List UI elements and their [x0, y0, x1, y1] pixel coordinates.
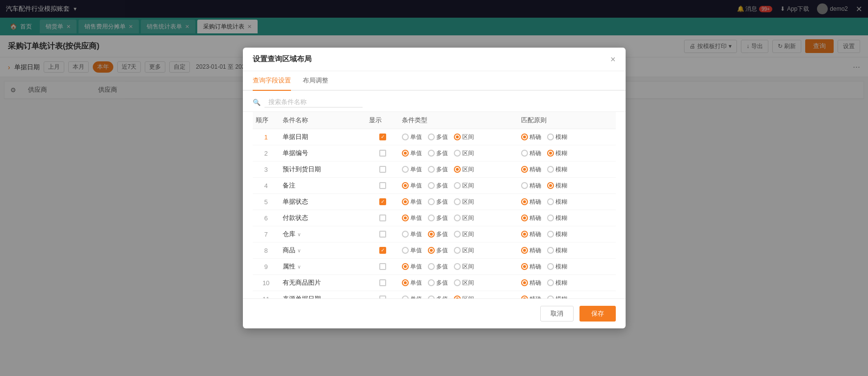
- show-checkbox[interactable]: [379, 182, 386, 189]
- type-radio-多值[interactable]: 多值: [428, 182, 448, 190]
- cell-type: 单值 多值 区间: [399, 210, 518, 226]
- match-radio-精确[interactable]: 精确: [521, 198, 541, 206]
- cell-show[interactable]: [366, 210, 398, 226]
- match-radio-模糊[interactable]: 模糊: [547, 133, 567, 141]
- show-checkbox[interactable]: [379, 134, 386, 140]
- cell-show[interactable]: [366, 129, 398, 145]
- type-radio-区间[interactable]: 区间: [454, 198, 474, 206]
- match-radio-精确[interactable]: 精确: [521, 165, 541, 174]
- type-radio-区间[interactable]: 区间: [454, 149, 474, 158]
- match-radio-精确[interactable]: 精确: [521, 133, 541, 141]
- cell-type: 单值 多值 区间: [399, 145, 518, 161]
- cell-show[interactable]: [366, 242, 398, 259]
- match-radio-模糊[interactable]: 模糊: [547, 165, 567, 174]
- show-checkbox[interactable]: [379, 247, 386, 254]
- radio-label: 单值: [410, 263, 422, 271]
- match-radio-模糊[interactable]: 模糊: [547, 230, 567, 239]
- type-radio-区间[interactable]: 区间: [454, 246, 474, 255]
- match-radio-精确[interactable]: 精确: [521, 149, 541, 158]
- type-radio-单值[interactable]: 单值: [402, 263, 422, 271]
- type-radio-区间[interactable]: 区间: [454, 214, 474, 222]
- field-name: 付款状态: [283, 214, 308, 221]
- type-radio-区间[interactable]: 区间: [454, 165, 474, 174]
- show-checkbox[interactable]: [379, 263, 386, 270]
- cell-show[interactable]: [366, 259, 398, 275]
- match-radio-模糊[interactable]: 模糊: [547, 295, 567, 299]
- cell-show[interactable]: [366, 291, 398, 299]
- match-radio-模糊[interactable]: 模糊: [547, 182, 567, 190]
- radio-circle: [521, 182, 528, 189]
- match-radio-精确[interactable]: 精确: [521, 214, 541, 222]
- match-radio-精确[interactable]: 精确: [521, 279, 541, 287]
- radio-circle: [428, 134, 435, 140]
- type-radio-区间[interactable]: 区间: [454, 263, 474, 271]
- cell-show[interactable]: [366, 161, 398, 178]
- field-dropdown-icon[interactable]: ∨: [297, 232, 301, 237]
- type-radio-多值[interactable]: 多值: [428, 295, 448, 299]
- radio-label: 区间: [462, 133, 474, 141]
- type-radio-多值[interactable]: 多值: [428, 198, 448, 206]
- field-dropdown-icon[interactable]: ∨: [297, 264, 301, 269]
- match-radio-精确[interactable]: 精确: [521, 230, 541, 239]
- tab-query-fields[interactable]: 查询字段设置: [253, 71, 291, 91]
- type-radio-区间[interactable]: 区间: [454, 133, 474, 141]
- type-radio-单值[interactable]: 单值: [402, 246, 422, 255]
- radio-label: 多值: [436, 246, 448, 255]
- match-radio-模糊[interactable]: 模糊: [547, 198, 567, 206]
- modal-close-btn[interactable]: ×: [610, 55, 616, 64]
- type-radio-单值[interactable]: 单值: [402, 230, 422, 239]
- cell-show[interactable]: [366, 194, 398, 210]
- type-radio-单值[interactable]: 单值: [402, 182, 422, 190]
- search-area: 🔍: [243, 91, 626, 112]
- cell-show[interactable]: [366, 226, 398, 242]
- type-radio-多值[interactable]: 多值: [428, 133, 448, 141]
- type-radio-区间[interactable]: 区间: [454, 295, 474, 299]
- show-checkbox[interactable]: [379, 279, 386, 286]
- cell-match: 精确 模糊: [518, 210, 616, 226]
- type-radio-单值[interactable]: 单值: [402, 279, 422, 287]
- match-radio-模糊[interactable]: 模糊: [547, 279, 567, 287]
- radio-circle: [454, 247, 461, 254]
- type-radio-单值[interactable]: 单值: [402, 149, 422, 158]
- cell-show[interactable]: [366, 145, 398, 161]
- show-checkbox[interactable]: [379, 166, 386, 173]
- search-input[interactable]: [264, 97, 363, 107]
- radio-label: 模糊: [555, 182, 567, 190]
- config-table: 顺序 条件名称 显示 条件类型 匹配原则 1单据日期 单值 多值 区间: [243, 112, 626, 298]
- show-checkbox[interactable]: [379, 198, 386, 205]
- match-radio-精确[interactable]: 精确: [521, 182, 541, 190]
- match-radio-模糊[interactable]: 模糊: [547, 214, 567, 222]
- field-dropdown-icon[interactable]: ∨: [297, 248, 301, 253]
- match-radio-精确[interactable]: 精确: [521, 246, 541, 255]
- cell-show[interactable]: [366, 178, 398, 194]
- type-radio-多值[interactable]: 多值: [428, 165, 448, 174]
- show-checkbox[interactable]: [379, 150, 386, 157]
- type-radio-单值[interactable]: 单值: [402, 295, 422, 299]
- type-radio-多值[interactable]: 多值: [428, 279, 448, 287]
- match-radio-精确[interactable]: 精确: [521, 295, 541, 299]
- match-radio-模糊[interactable]: 模糊: [547, 149, 567, 158]
- type-radio-单值[interactable]: 单值: [402, 198, 422, 206]
- cell-show[interactable]: [366, 275, 398, 291]
- type-radio-单值[interactable]: 单值: [402, 214, 422, 222]
- tab-layout-adjust[interactable]: 布局调整: [303, 71, 328, 91]
- cancel-button[interactable]: 取消: [540, 306, 574, 322]
- save-button[interactable]: 保存: [579, 306, 616, 322]
- type-radio-单值[interactable]: 单值: [402, 165, 422, 174]
- show-checkbox[interactable]: [379, 231, 386, 238]
- type-radio-多值[interactable]: 多值: [428, 214, 448, 222]
- type-radio-单值[interactable]: 单值: [402, 133, 422, 141]
- type-radio-区间[interactable]: 区间: [454, 182, 474, 190]
- type-radio-多值[interactable]: 多值: [428, 230, 448, 239]
- show-checkbox[interactable]: [379, 215, 386, 221]
- match-radio-精确[interactable]: 精确: [521, 263, 541, 271]
- type-radio-多值[interactable]: 多值: [428, 149, 448, 158]
- type-radio-区间[interactable]: 区间: [454, 230, 474, 239]
- match-radio-模糊[interactable]: 模糊: [547, 246, 567, 255]
- radio-circle: [454, 166, 461, 173]
- type-radio-多值[interactable]: 多值: [428, 246, 448, 255]
- match-radio-模糊[interactable]: 模糊: [547, 263, 567, 271]
- radio-label: 区间: [462, 279, 474, 287]
- type-radio-区间[interactable]: 区间: [454, 279, 474, 287]
- type-radio-多值[interactable]: 多值: [428, 263, 448, 271]
